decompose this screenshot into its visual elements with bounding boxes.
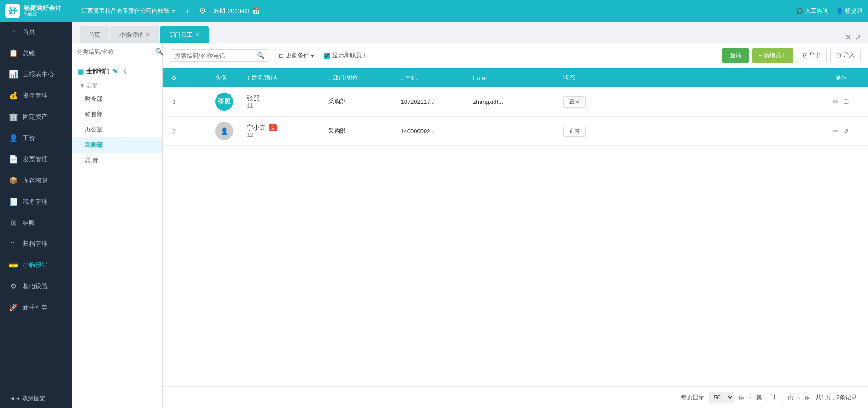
all-dept-label: 全部部门 xyxy=(86,67,110,75)
report-icon: 📊 xyxy=(9,70,18,79)
dept-search-icon[interactable]: 🔍 xyxy=(156,48,163,55)
expand-tab-button[interactable]: ⤢ xyxy=(855,33,861,42)
dept-collapse-icon[interactable]: 《 xyxy=(121,68,126,75)
per-page-select[interactable]: 50 10 20 100 xyxy=(709,392,734,403)
logo-text-block: 畅捷通好会计 旗舰版 xyxy=(24,4,61,18)
pagination: 每页显示 50 10 20 100 ⏮ ‹ 第 页 › ⏭ 共1页，2条记录 xyxy=(163,386,868,408)
invite-button[interactable]: 邀请 xyxy=(722,48,749,63)
sidebar-item-archive[interactable]: 🗂 归档管理 xyxy=(0,234,72,254)
dept-search-input[interactable] xyxy=(77,48,153,55)
show-resigned-text: 显示离职员工 xyxy=(332,52,368,60)
archive-icon: 🗂 xyxy=(9,240,18,248)
sidebar-item-invoice[interactable]: 📄 发票管理 xyxy=(0,149,72,170)
col-header-status: 状态 xyxy=(559,68,814,87)
row2-dept: 采购部 xyxy=(324,117,396,146)
sidebar-label-inventory: 库存核算 xyxy=(23,177,48,185)
gear-icon: ⚙ xyxy=(9,282,18,291)
sidebar-item-report[interactable]: 📊 云报表中心 xyxy=(0,64,72,85)
sidebar-unpin-button[interactable]: ◄◄ 取消固定 xyxy=(0,389,72,408)
row2-name-cell: 宁小壹 应 12 xyxy=(242,117,324,146)
filter-icon: ⊟ xyxy=(279,52,284,59)
emp-search-box: 🔍 xyxy=(170,49,269,62)
col-header-phone[interactable]: ↕ 手机 xyxy=(396,68,468,87)
calendar-icon[interactable]: 📅 xyxy=(252,7,260,14)
dept-list: ▦ 全部部门 ✎ 《 ▼ 总部 财务部 销售部 xyxy=(72,60,162,408)
show-resigned-checkbox[interactable] xyxy=(324,53,330,59)
sidebar-item-expense[interactable]: 💳 小畅报销 xyxy=(0,254,72,276)
sidebar-item-inventory[interactable]: 📦 库存核算 xyxy=(0,170,72,191)
tab-home-label: 首页 xyxy=(89,31,100,39)
row1-status: 正常 xyxy=(559,87,814,117)
tab-employee-close[interactable]: ✕ xyxy=(195,32,200,38)
tab-home[interactable]: 首页 xyxy=(80,26,109,43)
row2-ops: ✏ ↺ xyxy=(814,117,868,146)
row2-edit-button[interactable]: ✏ xyxy=(833,127,839,135)
page-input[interactable] xyxy=(767,393,783,402)
import-button[interactable]: ⊡ 导入 xyxy=(830,48,861,63)
tab-expense[interactable]: 小畅报销 ✕ xyxy=(110,26,159,43)
all-dept-header[interactable]: ▦ 全部部门 ✎ 《 xyxy=(72,64,162,79)
close-tab-button[interactable]: ✕ xyxy=(845,33,851,42)
invoice-icon: 📄 xyxy=(9,155,18,164)
dept-item-purchase[interactable]: 采购部 xyxy=(72,137,162,153)
emp-search-input[interactable] xyxy=(175,52,254,59)
col-header-settings[interactable]: ⚙ xyxy=(163,68,185,87)
emp-search-icon[interactable]: 🔍 xyxy=(257,52,264,59)
show-resigned-label[interactable]: 显示离职员工 xyxy=(324,52,368,60)
sidebar-label-guide: 新手引导 xyxy=(23,304,48,312)
employee-table: ⚙ 头像 ↕ 姓名/编码 ↕ 部门/职位 ↕ 手机 xyxy=(163,68,868,386)
row1-edit-button[interactable]: ✏ xyxy=(833,98,839,106)
sidebar-item-settings[interactable]: ⚙ 基础设置 xyxy=(0,276,72,297)
export-button[interactable]: ⊡ 导出 xyxy=(797,48,827,63)
add-employee-button[interactable]: + 新增员工 xyxy=(752,48,793,63)
period-label: 账期 2023-03 📅 xyxy=(213,7,260,15)
more-filter-button[interactable]: ⊟ 更多条件 ▾ xyxy=(274,49,319,62)
sidebar-item-assets[interactable]: 🏢 固定资产 xyxy=(0,106,72,127)
sort-dept-icon: ↕ xyxy=(328,74,331,81)
dept-item-finance[interactable]: 财务部 xyxy=(72,91,162,107)
row2-delete-button[interactable]: ↺ xyxy=(843,127,849,135)
user-button[interactable]: 👤 畅捷通 xyxy=(836,7,863,15)
dept-item-sales[interactable]: 销售部 xyxy=(72,107,162,122)
dept-item-general[interactable]: 总 部 xyxy=(72,153,162,168)
next-page-button[interactable]: › xyxy=(798,394,800,401)
close-month-icon: ⊠ xyxy=(9,219,18,227)
col-header-ops: 操作 xyxy=(814,68,868,87)
sidebar-item-funds[interactable]: 💰 资金管理 xyxy=(0,85,72,106)
add-tab-button[interactable]: ＋ xyxy=(184,5,192,16)
filter-arrow-icon: ▾ xyxy=(311,52,314,59)
company-selector[interactable]: 江西服宝精品有限责任公司内账张 ▾ xyxy=(81,7,175,15)
sidebar-item-tax[interactable]: 🧾 税务管理 xyxy=(0,191,72,212)
headset-icon: 🎧 xyxy=(796,8,803,14)
logo-title: 畅捷通好会计 xyxy=(24,4,61,12)
company-dropdown-icon[interactable]: ▾ xyxy=(172,9,175,14)
expense-icon: 💳 xyxy=(9,261,18,269)
sidebar-item-guide[interactable]: 🚀 新手引导 xyxy=(0,297,72,318)
row2-name-wrapper: 宁小壹 应 xyxy=(247,124,319,132)
sidebar-label-funds: 资金管理 xyxy=(23,92,48,100)
dept-root-name: 总部 xyxy=(87,82,98,89)
row1-logout-button[interactable]: ⊡ xyxy=(843,98,849,106)
dept-edit-icon[interactable]: ✎ xyxy=(113,68,118,75)
period-value: 2023-03 xyxy=(228,8,250,14)
first-page-button[interactable]: ⏮ xyxy=(739,394,745,401)
last-page-button[interactable]: ⏭ xyxy=(805,394,811,401)
col-header-dept[interactable]: ↕ 部门/职位 xyxy=(324,68,396,87)
user-label: 畅捷通 xyxy=(845,7,863,15)
dept-item-office[interactable]: 办公室 xyxy=(72,122,162,137)
sidebar-item-close[interactable]: ⊠ 结账 xyxy=(0,212,72,234)
prev-page-button[interactable]: ‹ xyxy=(750,394,752,401)
support-button[interactable]: 🎧 人工咨询 xyxy=(796,7,829,15)
row1-phone: 187202117... xyxy=(396,87,468,117)
sidebar-item-payroll[interactable]: 👤 工资 xyxy=(0,127,72,149)
settings-button[interactable]: ⚙ xyxy=(199,6,206,16)
tab-expense-close[interactable]: ✕ xyxy=(146,32,150,38)
dept-purchase-label: 采购部 xyxy=(85,141,103,148)
col-header-name[interactable]: ↕ 姓名/编码 xyxy=(242,68,324,87)
tab-employee[interactable]: 部门员工 ✕ xyxy=(160,26,209,43)
sort-name-icon: ↕ xyxy=(247,74,250,81)
sidebar-item-ledger[interactable]: 📋 总账 xyxy=(0,42,72,64)
sidebar-item-home[interactable]: ⌂ 首页 xyxy=(0,22,72,42)
tab-controls: ✕ ⤢ xyxy=(845,33,861,42)
table-body: 1 张照 张熙 11 采购部 187202117... xyxy=(163,87,868,146)
